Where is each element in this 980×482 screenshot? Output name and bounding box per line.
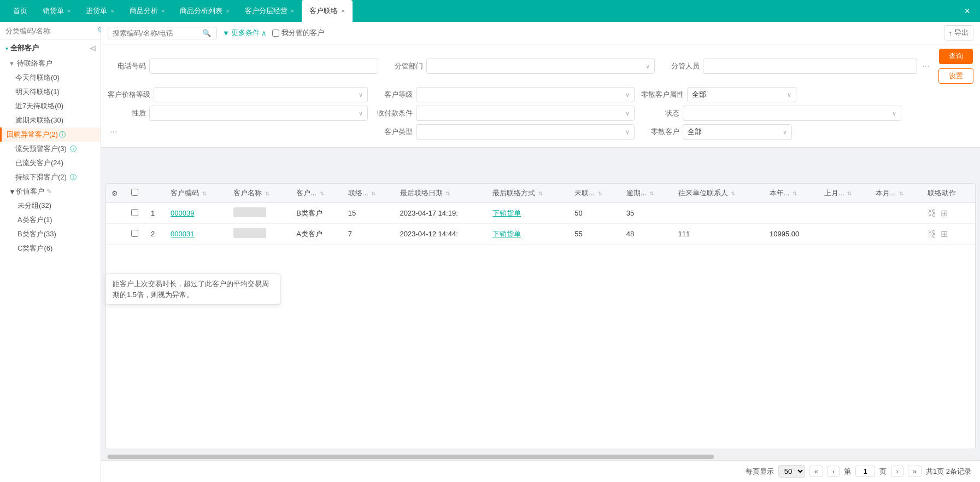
filter-dots-icon[interactable]: ··· <box>923 61 930 71</box>
search-input[interactable] <box>113 29 200 37</box>
sidebar-persistent-down[interactable]: 持续下滑客户(2) ⓘ <box>0 170 101 184</box>
page-size-select[interactable]: 50 <box>778 465 805 478</box>
filter-retail-attr: 零散客户属性 全部 ∨ <box>641 87 901 102</box>
sidebar-all-customers[interactable]: ▪ 全部客户 ◁ <box>0 40 101 56</box>
nav-product-analysis-list[interactable]: 商品分析列表 × <box>172 0 237 22</box>
nav-customer-contact[interactable]: 客户联络 × <box>302 0 352 22</box>
link-icon[interactable]: ⛓ <box>928 208 936 218</box>
sidebar-c-class[interactable]: C类客户(6) <box>0 241 101 255</box>
sidebar-search-input[interactable] <box>5 27 97 35</box>
nav-customer-tier[interactable]: 客户分层经营 × <box>237 0 302 22</box>
filter-customer-level: 客户等级 ∨ <box>374 87 635 102</box>
grid-icon[interactable]: ⊞ <box>941 229 948 239</box>
row-last-contact-method[interactable]: 下销货单 <box>487 203 569 224</box>
table-body: 1 000039 B类客户 15 2023-04-17 14:19: 下销货单 … <box>106 203 975 245</box>
col-contact[interactable]: 联络... ⇅ <box>343 184 395 203</box>
my-customers-checkbox[interactable] <box>272 30 279 37</box>
sidebar-overdue-pending[interactable]: 逾期未联络(30) <box>0 113 101 127</box>
edit-icon[interactable]: ✎ <box>46 188 52 195</box>
row-name <box>228 203 291 224</box>
sidebar-week-pending[interactable]: 近7天待联络(0) <box>0 99 101 113</box>
prev-page-btn[interactable]: ‹ <box>828 466 840 477</box>
window-close-button[interactable]: × <box>960 5 975 17</box>
sort-icon: ⇅ <box>202 190 207 196</box>
close-icon[interactable]: × <box>110 8 114 14</box>
close-icon[interactable]: × <box>291 8 294 14</box>
query-button[interactable]: 查询 <box>939 49 973 64</box>
col-category[interactable]: 客户... ⇅ <box>291 184 343 203</box>
filter-retail-customer-select[interactable]: 全部 ∨ <box>683 124 792 140</box>
nav-purchase-order[interactable]: 进货单 × <box>78 0 121 22</box>
info-icon[interactable]: ⓘ <box>59 130 66 140</box>
filter-price-level-select[interactable]: ∨ <box>154 87 368 102</box>
info-icon[interactable]: ⓘ <box>70 173 77 181</box>
sidebar-b-class[interactable]: B类客户(33) <box>0 227 101 241</box>
data-table-area: ⚙ 客户编码 ⇅ 客户名称 ⇅ <box>105 183 976 449</box>
filter-phone-input[interactable] <box>149 59 378 74</box>
sort-icon: ⇅ <box>649 190 654 196</box>
row-select-checkbox[interactable] <box>131 209 138 216</box>
close-icon[interactable]: × <box>226 8 229 14</box>
select-all-checkbox[interactable] <box>131 189 138 196</box>
row-last-contact-method[interactable]: 下销货单 <box>487 224 569 245</box>
filter-status-select[interactable]: ∨ <box>683 106 901 121</box>
settings-button[interactable]: 设置 <box>938 68 973 84</box>
filter-nature-select[interactable]: ∨ <box>149 106 368 121</box>
filter-bar: 🔍 ▼ 更多条件 ∧ 我分管的客户 ↑ 导出 <box>101 22 980 44</box>
sort-icon: ⇅ <box>320 190 324 196</box>
link-icon[interactable]: ⛓ <box>928 229 936 239</box>
nav-sales-order[interactable]: 销货单 × <box>35 0 78 22</box>
filter-icon: ▼ <box>222 29 230 37</box>
nav-product-analysis[interactable]: 商品分析 × <box>122 0 172 22</box>
more-conditions-btn[interactable]: ▼ 更多条件 ∧ <box>222 28 267 38</box>
col-overdue[interactable]: 逾期... ⇅ <box>621 184 673 203</box>
horizontal-scrollbar[interactable] <box>105 454 976 460</box>
info-icon[interactable]: ⓘ <box>70 145 77 153</box>
sidebar-search-icon[interactable]: 🔍 <box>97 26 101 35</box>
filter-manager-input[interactable] <box>703 59 917 74</box>
filter-retail-attr-select[interactable]: 全部 ∨ <box>687 87 796 102</box>
sidebar-loss-actual[interactable]: 已流失客户(24) <box>0 156 101 170</box>
filter-payment-select[interactable]: ∨ <box>416 106 635 121</box>
col-no-contact[interactable]: 未联... ⇅ <box>569 184 621 203</box>
row-code[interactable]: 000039 <box>165 203 228 224</box>
sidebar-tomorrow-pending[interactable]: 明天待联络(1) <box>0 85 101 99</box>
sidebar-value-group-header[interactable]: ▼ 价值客户 ✎ <box>0 184 101 199</box>
next-page-btn[interactable]: › <box>891 466 903 477</box>
filter-customer-level-select[interactable]: ∨ <box>416 87 635 102</box>
col-index <box>145 184 165 203</box>
more-dots-icon[interactable]: ··· <box>110 127 117 137</box>
close-icon[interactable]: × <box>67 8 71 14</box>
search-icon[interactable]: 🔍 <box>202 29 211 37</box>
last-page-btn[interactable]: » <box>908 466 922 477</box>
col-this-month[interactable]: 本月... ⇅ <box>870 184 922 203</box>
col-code[interactable]: 客户编码 ⇅ <box>165 184 228 203</box>
sidebar-loss-pre[interactable]: 流失预警客户(3) ⓘ <box>0 142 101 156</box>
sidebar-pending-header[interactable]: ▼ 待联络客户 <box>0 56 101 71</box>
col-name[interactable]: 客户名称 ⇅ <box>228 184 291 203</box>
col-this-year[interactable]: 本年... ⇅ <box>764 184 819 203</box>
sidebar-repeat-abnormal[interactable]: 回购异常客户(2) ⓘ <box>0 127 101 142</box>
filter-customer-type-select[interactable]: ∨ <box>416 124 635 140</box>
current-page-input[interactable] <box>855 466 875 477</box>
filter-dept-select[interactable]: ∨ <box>426 59 655 74</box>
scrollbar-thumb[interactable] <box>108 455 714 459</box>
row-select-checkbox[interactable] <box>131 230 138 237</box>
nav-home[interactable]: 首页 <box>5 0 35 22</box>
col-last-contact-date[interactable]: 最后联络日期 ⇅ <box>395 184 488 203</box>
grid-icon[interactable]: ⊞ <box>941 208 948 218</box>
col-last-contact-method[interactable]: 最后联络方式 ⇅ <box>487 184 569 203</box>
sidebar-collapse-btn[interactable]: ◁ <box>90 44 95 52</box>
close-icon[interactable]: × <box>341 8 344 14</box>
col-settings[interactable]: ⚙ <box>106 184 126 203</box>
first-page-btn[interactable]: « <box>809 466 823 477</box>
row-code[interactable]: 000031 <box>165 224 228 245</box>
col-last-month[interactable]: 上月... ⇅ <box>819 184 871 203</box>
col-unit-contact[interactable]: 往来单位联系人 ⇅ <box>673 184 764 203</box>
sidebar-ungroup[interactable]: 未分组(32) <box>0 199 101 213</box>
sidebar-today-pending[interactable]: 今天待联络(0) <box>0 71 101 85</box>
export-icon: ↑ <box>949 29 953 37</box>
close-icon[interactable]: × <box>161 8 165 14</box>
sidebar-a-class[interactable]: A类客户(1) <box>0 213 101 227</box>
export-button[interactable]: ↑ 导出 <box>944 25 974 40</box>
